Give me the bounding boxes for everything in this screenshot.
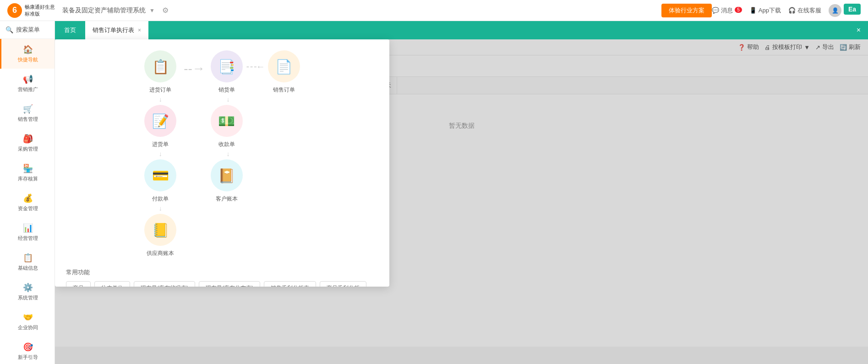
operation-icon: 📊 (23, 223, 33, 233)
func-btn-product[interactable]: 商品 (66, 281, 91, 287)
sales-order-circle[interactable]: 📄 (268, 50, 300, 82)
online-service-btn[interactable]: 🎧 在线客服 (788, 6, 821, 15)
sidebar-item-finance[interactable]: 💰 资金管理 (0, 188, 55, 217)
supplier-ledger-circle[interactable]: 📒 (144, 214, 176, 246)
purchase-slip-circle[interactable]: 📝 (144, 105, 176, 137)
arrow-down-1: ↓ (159, 96, 162, 103)
marketing-icon: 📢 (23, 74, 33, 84)
app-download-btn[interactable]: 📱 App下载 (749, 6, 781, 15)
sales-icon: 🛒 (23, 104, 33, 114)
message-btn[interactable]: 💬 消息 5 (712, 6, 742, 15)
customer-ledger-circle[interactable]: 📔 (211, 159, 243, 191)
service-icon: 🎧 (788, 7, 796, 14)
search-menu-item[interactable]: 🔍 搜索菜单 (0, 21, 55, 39)
sidebar-item-basic[interactable]: 📋 基础信息 (0, 247, 55, 277)
common-funcs-section: 常用功能 商品 往来单位 现存量(库存状况表) 现存量(库存分布表) 销售毛利分… (66, 268, 378, 287)
newbie-icon: 🎯 (23, 342, 33, 352)
message-badge: 5 (735, 7, 742, 13)
sidebar-item-quick-nav[interactable]: 🏠 快捷导航 (0, 39, 55, 69)
arrow-down-5: ↓ (227, 150, 230, 158)
tab-close-btn[interactable]: × (138, 27, 141, 33)
purchase-slip-label: 进货单 (152, 141, 169, 148)
sidebar-item-system[interactable]: ⚙️ 系统管理 (0, 277, 55, 307)
customer-ledger-label: 客户账本 (216, 195, 238, 203)
tab-bar-close-btn[interactable]: × (857, 26, 861, 34)
sales-order-label: 销售订单 (273, 86, 295, 94)
logo-area: 6 畅康通好生意 标准版 (7, 3, 62, 18)
receipt-circle[interactable]: 💵 (211, 105, 243, 137)
search-icon: 🔍 (5, 26, 13, 33)
func-buttons-row1: 商品 往来单位 现存量(库存状况表) 现存量(库存分布表) 销售毛利分析表 商品… (66, 281, 378, 287)
sidebar-item-marketing[interactable]: 📢 营销推广 (0, 69, 55, 98)
system-title-text: 装备及固定资产辅助管理系统 (62, 6, 146, 15)
system-dropdown-btn[interactable]: ▼ (149, 7, 155, 14)
sidebar-item-purchase[interactable]: 🎒 采购管理 (0, 128, 55, 158)
sidebar-item-newbie[interactable]: 🎯 新手引导 (0, 337, 55, 364)
overlay: 📋 进货订单 ↓ 📝 进货单 ↓ 💳 (55, 39, 868, 364)
supplier-ledger-icon: 📒 (152, 222, 169, 238)
flow-item-sales-order: 📄 销售订单 (268, 50, 300, 94)
flow-item-sales-slip: 📑 销货单 (211, 50, 243, 94)
func-btn-product-profit[interactable]: 商品毛利分析 (320, 281, 366, 287)
trial-btn[interactable]: 体验行业方案 (661, 4, 712, 17)
finance-icon: 💰 (23, 193, 33, 203)
dashed-arrow-1: - - → (184, 61, 203, 76)
logo-text: 畅康通好生意 标准版 (25, 4, 55, 17)
system-title-area: 装备及固定资产辅助管理系统 ▼ ⚙ (62, 6, 661, 15)
sidebar: 🔍 搜索菜单 🏠 快捷导航 📢 营销推广 🛒 销售管理 🎒 采购管理 🏪 库存核… (0, 21, 55, 364)
top-header: 6 畅康通好生意 标准版 装备及固定资产辅助管理系统 ▼ ⚙ 体验行业方案 💬 … (0, 0, 868, 21)
message-icon: 💬 (712, 7, 719, 14)
basic-icon: 📋 (23, 253, 33, 263)
system-icon: ⚙️ (23, 283, 33, 293)
flow-item-purchase-order: 📋 进货订单 (144, 50, 176, 94)
tab-bar: 首页 销售订单执行表 × × (55, 21, 868, 39)
sidebar-item-sales[interactable]: 🛒 销售管理 (0, 98, 55, 128)
sidebar-item-inventory[interactable]: 🏪 库存核算 (0, 158, 55, 188)
gear-icon[interactable]: ⚙ (162, 6, 169, 15)
flow-item-payment: 💳 付款单 (144, 159, 176, 203)
func-btn-partners[interactable]: 往来单位 (94, 281, 130, 287)
avatar[interactable]: 👤 (829, 4, 841, 17)
receipt-icon: 💵 (218, 113, 235, 129)
payment-label: 付款单 (152, 195, 169, 203)
logo-icon: 6 (7, 3, 22, 18)
purchase-order-icon: 📋 (152, 59, 169, 75)
payment-circle[interactable]: 💳 (144, 159, 176, 191)
right-flow-col: 📑 销货单 - - -← 📄 销售订单 ↓ (211, 50, 300, 203)
ea-badge: Ea (844, 4, 861, 15)
left-flow-col: 📋 进货订单 ↓ 📝 进货单 ↓ 💳 (144, 50, 176, 257)
flow-item-customer-ledger: 📔 客户账本 (211, 159, 243, 203)
purchase-order-circle[interactable]: 📋 (144, 50, 176, 82)
sales-order-icon: 📄 (275, 59, 292, 75)
supplier-ledger-label: 供应商账本 (147, 250, 174, 257)
enterprise-icon: 🤝 (23, 312, 33, 322)
header-right: 💬 消息 5 📱 App下载 🎧 在线客服 👤 用友 Ea (712, 4, 861, 17)
tab-home[interactable]: 首页 (55, 21, 85, 39)
common-funcs-title: 常用功能 (66, 268, 378, 277)
func-btn-stock-distribution[interactable]: 现存量(库存分布表) (199, 281, 260, 287)
inventory-icon: 🏪 (23, 163, 33, 174)
flow-item-supplier-ledger: 📒 供应商账本 (144, 214, 176, 257)
tab-sales-order[interactable]: 销售订单执行表 × (85, 21, 148, 39)
func-btn-sales-analysis[interactable]: 销售毛利分析表 (264, 281, 316, 287)
purchase-slip-icon: 📝 (152, 113, 169, 129)
sales-slip-icon: 📑 (218, 59, 235, 75)
home-icon: 🏠 (23, 44, 33, 54)
purchase-icon: 🎒 (23, 134, 33, 144)
download-icon: 📱 (749, 7, 757, 14)
sidebar-item-operation[interactable]: 📊 经营管理 (0, 217, 55, 247)
flow-item-purchase-slip: 📝 进货单 (144, 105, 176, 148)
sidebar-item-enterprise[interactable]: 🤝 企业协同 (0, 307, 55, 337)
func-btn-stock-status[interactable]: 现存量(库存状况表) (134, 281, 195, 287)
sales-slip-label: 销货单 (218, 86, 235, 94)
arrow-down-4: ↓ (227, 96, 230, 103)
dashed-arrow-2: - - -← (246, 61, 264, 72)
customer-ledger-icon: 📔 (218, 168, 235, 184)
main-area: 首页 销售订单执行表 × × ❓ 帮助 🖨 按模板打印 ▼ ↗ 导出 🔄 刷新 … (55, 21, 868, 364)
arrow-down-2: ↓ (159, 150, 162, 158)
purchase-order-label: 进货订单 (149, 86, 171, 94)
receipt-label: 收款单 (218, 141, 235, 148)
search-menu-label: 搜索菜单 (16, 26, 40, 34)
quick-guide-modal: 📋 进货订单 ↓ 📝 进货单 ↓ 💳 (55, 39, 389, 287)
sales-slip-circle[interactable]: 📑 (211, 50, 243, 82)
